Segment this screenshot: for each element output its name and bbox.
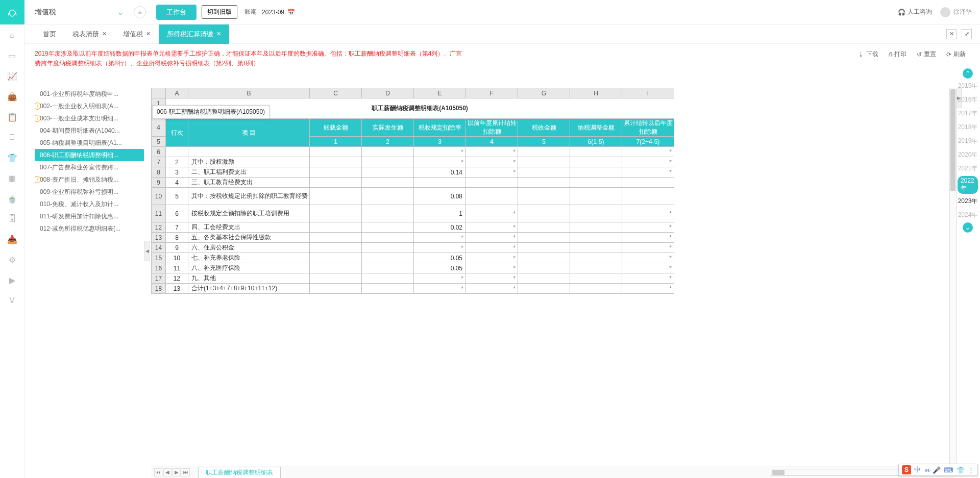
tax-type-selector[interactable]: 增值税 ⌄ <box>35 8 124 17</box>
tax-icon[interactable]: 🍵 <box>7 193 18 204</box>
chart-icon[interactable]: 📈 <box>7 70 18 82</box>
tab-2[interactable]: 增值税✕ <box>115 24 159 44</box>
ime-lang[interactable]: 中 <box>914 465 921 474</box>
close-icon[interactable]: ✕ <box>146 31 151 37</box>
cell[interactable]: 14 <box>152 243 166 253</box>
year-item[interactable]: 2016年 <box>958 93 978 106</box>
cell[interactable] <box>310 178 362 188</box>
workbench-button[interactable]: 工作台 <box>156 5 197 20</box>
cell[interactable]: 五、各类基本社会保障性缴款 <box>188 233 310 243</box>
cell[interactable]: 9 <box>152 178 166 188</box>
cell[interactable]: A <box>166 88 188 98</box>
year-scroll-down-icon[interactable]: ⌄ <box>963 222 973 233</box>
menu-toggle-icon[interactable]: ≡ <box>134 6 146 18</box>
cell[interactable]: B <box>188 88 310 98</box>
cell[interactable]: 4 <box>466 137 518 147</box>
cell[interactable]: 18 <box>152 284 166 294</box>
cell[interactable]: 三、职工教育经费支出 <box>188 178 310 188</box>
cell[interactable]: 7(2+4-5) <box>622 137 674 147</box>
video-icon[interactable]: ▶ <box>7 274 18 286</box>
cell[interactable]: 合计(1+3+4+7+8+9+10+11+12) <box>188 284 310 294</box>
cell[interactable] <box>570 167 622 178</box>
cell[interactable] <box>570 178 622 188</box>
cell[interactable] <box>570 263 622 273</box>
cell[interactable]: 3 <box>414 137 466 147</box>
cell[interactable]: * <box>414 147 466 157</box>
cell[interactable]: * <box>414 284 466 294</box>
form-list-item[interactable]: 009-企业所得税弥补亏损明... <box>35 186 144 198</box>
form-list-item[interactable]: 010-免税、减计收入及加计... <box>35 198 144 210</box>
cell[interactable] <box>188 147 310 157</box>
cell[interactable] <box>310 157 362 167</box>
cell[interactable]: 实际发生额 <box>362 119 414 137</box>
cell[interactable] <box>570 243 622 253</box>
sheet-nav-last-icon[interactable]: ⏭ <box>182 468 190 476</box>
cell[interactable] <box>310 188 362 205</box>
cell[interactable]: * <box>466 233 518 243</box>
cell[interactable]: H <box>570 88 622 98</box>
cell[interactable]: 11 <box>166 263 188 273</box>
cell[interactable]: C <box>310 88 362 98</box>
year-item[interactable]: 2024年 <box>958 209 978 221</box>
calendar-icon[interactable]: 📅 <box>287 9 295 16</box>
cell[interactable] <box>362 147 414 157</box>
shirt-icon[interactable]: 👕 <box>7 152 18 163</box>
cell[interactable]: 六、住房公积金 <box>188 243 310 253</box>
inbox-icon[interactable]: 📥 <box>7 234 18 245</box>
cell[interactable] <box>166 147 188 157</box>
cell[interactable] <box>310 147 362 157</box>
cell[interactable]: 0.14 <box>414 167 466 178</box>
cell[interactable] <box>310 273 362 284</box>
cell[interactable]: 16 <box>152 263 166 273</box>
cell[interactable]: 7 <box>152 157 166 167</box>
calendar-nav-icon[interactable]: ▦ <box>7 172 18 184</box>
sheet-nav[interactable]: ⏮ ◀ ▶ ⏭ <box>151 468 193 476</box>
cell[interactable]: 九、其他 <box>188 273 310 284</box>
cell[interactable] <box>570 273 622 284</box>
cell[interactable]: * <box>466 243 518 253</box>
cell[interactable] <box>622 178 674 188</box>
v-icon[interactable]: V <box>7 295 18 306</box>
cell[interactable]: 8 <box>152 167 166 178</box>
cell[interactable]: 按税收规定全额扣除的职工培训费用 <box>188 205 310 222</box>
cell[interactable] <box>362 178 414 188</box>
cell[interactable]: 0.08 <box>414 188 466 205</box>
tab-1[interactable]: 税表清册✕ <box>64 24 115 44</box>
cell[interactable]: * <box>414 233 466 243</box>
cell[interactable] <box>466 188 518 205</box>
cell[interactable]: 账载金额 <box>310 119 362 137</box>
cell[interactable] <box>310 205 362 222</box>
cell[interactable]: F <box>466 88 518 98</box>
cell[interactable]: 七、补充养老保险 <box>188 253 310 263</box>
sheet-nav-next-icon[interactable]: ▶ <box>173 468 181 476</box>
cell[interactable]: 累计结转以后年度扣除额 <box>622 119 674 137</box>
year-item[interactable]: 2022年 <box>958 176 978 194</box>
cell[interactable] <box>362 205 414 222</box>
ime-punct-icon[interactable]: 𝓶 <box>924 466 929 474</box>
cell[interactable]: * <box>466 147 518 157</box>
tab-0[interactable]: 首页 <box>35 24 64 44</box>
cell[interactable] <box>570 253 622 263</box>
cell[interactable]: 3 <box>166 167 188 178</box>
cell[interactable] <box>570 205 622 222</box>
cell[interactable] <box>570 222 622 233</box>
year-item[interactable]: 2019年 <box>958 135 978 147</box>
cell[interactable]: 其中：股权激励 <box>188 157 310 167</box>
cell[interactable]: E <box>414 88 466 98</box>
cell[interactable] <box>310 263 362 273</box>
cell[interactable] <box>362 273 414 284</box>
cell[interactable]: * <box>622 233 674 243</box>
cell[interactable] <box>518 188 570 205</box>
year-item[interactable]: 2021年 <box>958 162 978 175</box>
cell[interactable] <box>466 178 518 188</box>
app-logo[interactable] <box>0 0 24 24</box>
cell[interactable] <box>518 178 570 188</box>
close-tab-button[interactable]: ✕ <box>946 29 957 39</box>
cell[interactable]: 八、补充医疗保险 <box>188 263 310 273</box>
cell[interactable] <box>310 233 362 243</box>
cell[interactable] <box>518 167 570 178</box>
cell[interactable]: * <box>622 205 674 222</box>
cell[interactable]: 9 <box>166 243 188 253</box>
cell[interactable] <box>518 273 570 284</box>
cell[interactable] <box>362 167 414 178</box>
